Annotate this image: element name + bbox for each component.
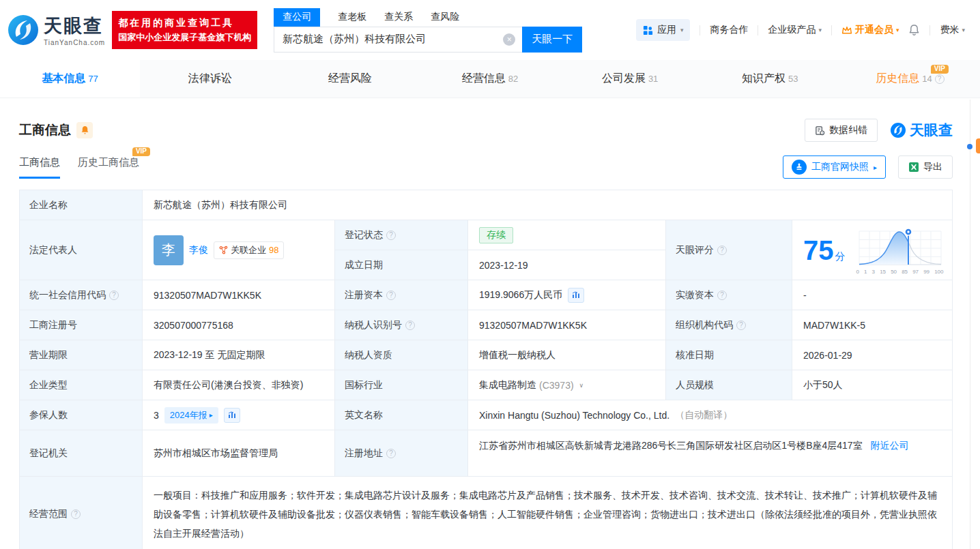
bar-chart-icon bbox=[228, 411, 236, 419]
label-text: 实缴资本 bbox=[676, 289, 714, 301]
table-row: 法定代表人 李 李俊 关联企业 98 bbox=[20, 220, 952, 280]
help-icon[interactable]: ? bbox=[717, 291, 727, 300]
monitor-bell-badge[interactable] bbox=[76, 122, 93, 138]
floating-widget-handle[interactable] bbox=[976, 138, 980, 153]
tianyancha-logo[interactable]: 天眼查 TianYanCha.com bbox=[7, 14, 105, 46]
bell-icon bbox=[81, 125, 89, 135]
search-button[interactable]: 天眼一下 bbox=[522, 27, 582, 53]
annual-report-label: 2024年报 bbox=[170, 409, 207, 421]
score-label: 天眼评分 ? bbox=[666, 220, 792, 280]
tab-intellectual-property[interactable]: 知识产权 53 bbox=[700, 60, 840, 98]
tianyancha-logo-icon bbox=[7, 14, 40, 46]
top-header: 天眼查 TianYanCha.com 都在用的商业查询工具 国家中小企业发展子基… bbox=[0, 0, 980, 60]
search-tab-company[interactable]: 查公司 bbox=[274, 8, 320, 27]
apps-menu[interactable]: 应用 ▾ bbox=[636, 19, 691, 41]
help-icon[interactable]: ? bbox=[71, 509, 81, 519]
insured-chart-button[interactable] bbox=[224, 408, 240, 423]
capital-chart-button[interactable] bbox=[568, 288, 584, 303]
credit-code-label: 统一社会信用代码 ? bbox=[20, 280, 143, 310]
nav-cooperation[interactable]: 商务合作 bbox=[710, 24, 748, 36]
tab-count: 77 bbox=[88, 74, 98, 84]
legal-rep-name-link[interactable]: 李俊 bbox=[189, 244, 208, 256]
subtab-label: 历史工商信息 bbox=[78, 156, 139, 168]
snapshot-label: 工商官网快照 bbox=[811, 161, 869, 173]
subtab-history-business-info[interactable]: VIP 历史工商信息 bbox=[78, 156, 139, 179]
tab-operation-info[interactable]: 经营信息 82 bbox=[420, 60, 560, 98]
help-icon[interactable]: ? bbox=[736, 321, 746, 330]
nav-enterprise[interactable]: 企业级产品 ▾ bbox=[768, 24, 822, 36]
username: 费米 bbox=[940, 24, 959, 36]
tab-label: 基本信息 bbox=[42, 72, 85, 86]
legal-rep-value: 李 李俊 关联企业 98 bbox=[143, 220, 335, 280]
table-subrow: 登记状态 ? 存续 bbox=[335, 220, 666, 250]
help-icon[interactable]: ? bbox=[386, 231, 396, 240]
nav-open-vip[interactable]: 开通会员 ▾ bbox=[841, 24, 899, 36]
tab-label: 知识产权 bbox=[742, 72, 786, 86]
main-content: 工商信息 ? 数据纠错 bbox=[0, 98, 980, 549]
search-row: × 天眼一下 bbox=[274, 27, 582, 53]
tab-company-development[interactable]: 公司发展 31 bbox=[560, 60, 700, 98]
company-type-value: 有限责任公司(港澳台投资、非独资) bbox=[143, 370, 335, 400]
table-row: 登记机关 苏州市相城区市场监督管理局 注册地址 ? 江苏省苏州市相城区高铁新城青… bbox=[20, 430, 952, 477]
help-icon[interactable]: ? bbox=[386, 449, 396, 458]
subtabs: 工商信息 VIP 历史工商信息 bbox=[19, 156, 139, 179]
label-text: 纳税人识别号 bbox=[345, 319, 402, 331]
official-snapshot-button[interactable]: 工商官网快照 ▸ bbox=[783, 155, 886, 179]
nav-enterprise-label: 企业级产品 bbox=[768, 24, 816, 36]
tianyancha-company-page: 天眼查 TianYanCha.com 都在用的商业查询工具 国家中小企业发展子基… bbox=[0, 0, 980, 549]
reg-status-label: 登记状态 ? bbox=[335, 220, 468, 250]
search-tabs: 查公司 查老板 查关系 查风险 bbox=[274, 8, 582, 27]
help-icon[interactable]: ? bbox=[717, 246, 727, 255]
tab-count: 31 bbox=[648, 74, 658, 84]
notification-bell[interactable] bbox=[908, 24, 920, 36]
insured-count-label: 参保人数 bbox=[20, 400, 143, 430]
business-scope-value: 一般项目：科技推广和应用服务；软件开发；集成电路芯片设计及服务；集成电路芯片及产… bbox=[143, 477, 952, 549]
chevron-down-icon[interactable]: ∨ bbox=[579, 382, 584, 389]
network-icon bbox=[219, 246, 228, 254]
search-input-wrap: × bbox=[274, 27, 522, 53]
tab-label: 经营信息 bbox=[462, 72, 506, 86]
related-companies-badge[interactable]: 关联企业 98 bbox=[214, 241, 284, 259]
search-tab-risk[interactable]: 查风险 bbox=[431, 8, 459, 27]
table-subrow: 成立日期 2023-12-19 bbox=[335, 250, 666, 280]
top-nav: 应用 ▾ 商务合作 企业级产品 ▾ 开通会员 ▾ bbox=[636, 19, 965, 41]
help-icon[interactable]: ? bbox=[109, 291, 119, 300]
legal-rep-avatar[interactable]: 李 bbox=[154, 235, 184, 265]
subtab-business-info[interactable]: 工商信息 bbox=[19, 156, 60, 179]
help-icon[interactable]: ? bbox=[405, 321, 415, 330]
industry-label: 国标行业 bbox=[335, 370, 468, 400]
score-chart: 0 1 3 15 50 85 97 99 100 bbox=[856, 226, 944, 275]
help-icon[interactable]: ? bbox=[386, 291, 396, 300]
search-tab-relation[interactable]: 查关系 bbox=[384, 8, 413, 27]
arrow-right-icon: ▸ bbox=[210, 411, 213, 419]
tab-legal-litigation[interactable]: 法律诉讼 bbox=[140, 60, 280, 98]
address-text: 江苏省苏州市相城区高铁新城青龙港路286号长三角国际研发社区启动区1号楼B座4层… bbox=[479, 440, 863, 451]
search-input[interactable] bbox=[274, 27, 522, 53]
clear-search-icon[interactable]: × bbox=[503, 33, 515, 46]
legal-rep-label: 法定代表人 bbox=[20, 220, 143, 280]
score-number: 75 bbox=[803, 237, 834, 264]
brand-domain: TianYanCha.com bbox=[44, 39, 105, 46]
data-correction-button[interactable]: ? 数据纠错 bbox=[805, 119, 878, 142]
nav-user[interactable]: 费米 ▾ bbox=[940, 24, 965, 36]
label-text: 统一社会信用代码 bbox=[29, 289, 106, 301]
status-badge: 存续 bbox=[479, 227, 513, 243]
apps-grid-icon bbox=[643, 25, 653, 35]
export-button[interactable]: 导出 bbox=[898, 155, 953, 179]
insured-number: 3 bbox=[154, 410, 159, 421]
tab-operation-risk[interactable]: 经营风险 bbox=[280, 60, 420, 98]
help-icon[interactable]: ? bbox=[935, 74, 945, 84]
tab-history-info[interactable]: VIP 历史信息 14 ? bbox=[840, 60, 980, 98]
table-row: 统一社会信用代码 ? 91320507MAD7W1KK5K 注册资本 ? 191… bbox=[20, 280, 952, 310]
related-companies-count: 98 bbox=[269, 245, 278, 255]
table-actions: 工商官网快照 ▸ 导出 bbox=[783, 155, 953, 179]
nearby-companies-link[interactable]: 附近公司 bbox=[871, 440, 909, 451]
establish-date-label: 成立日期 bbox=[335, 250, 468, 280]
arrow-right-icon: ▸ bbox=[874, 164, 877, 171]
tab-label: 经营风险 bbox=[328, 72, 372, 86]
tab-basic-info[interactable]: 基本信息 77 bbox=[0, 60, 140, 98]
data-correction-label: 数据纠错 bbox=[829, 124, 867, 136]
tick: 100 bbox=[934, 269, 943, 275]
annual-report-pill[interactable]: 2024年报 ▸ bbox=[164, 407, 218, 424]
search-tab-boss[interactable]: 查老板 bbox=[338, 8, 366, 27]
